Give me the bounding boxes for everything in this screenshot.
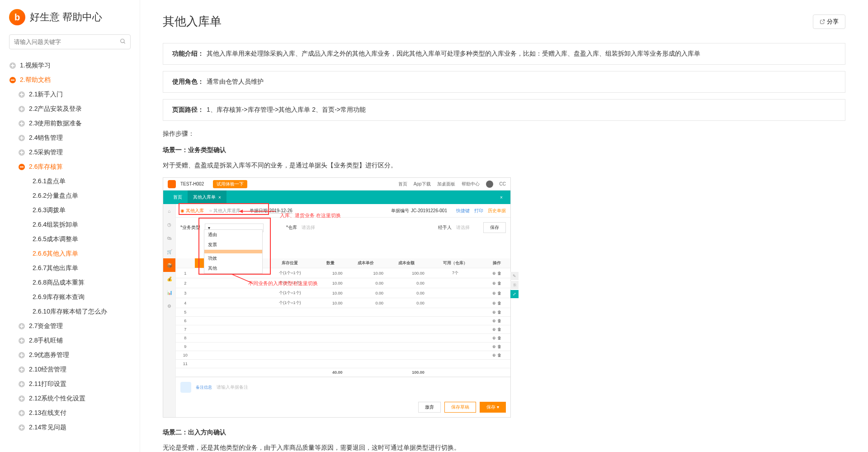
ss-warehouse-ph: 请选择 — [302, 224, 315, 231]
ss-warehouse-label: *仓库 — [286, 224, 297, 231]
ss-handler-ph: 请选择 — [456, 224, 470, 231]
plus-icon — [18, 149, 25, 156]
nav-item-2-6[interactable]: 2.6库存核算 — [9, 160, 131, 174]
role-text: 通常由仓管人员维护 — [207, 78, 264, 85]
nav-item-2-6-10[interactable]: 2.6.10库存账本错了怎么办 — [9, 305, 131, 319]
nav-item-2-4[interactable]: 2.4销售管理 — [9, 131, 131, 145]
nav-item-2-6-2[interactable]: 2.6.2分量盘点单 — [9, 189, 131, 203]
app-logo-icon: b — [9, 9, 25, 25]
main-content: 其他入库单 分享 功能介绍：其他入库单用来处理除采购入库、产成品入库之外的其他入… — [140, 0, 868, 452]
app-title: 好生意 帮助中心 — [30, 10, 102, 24]
ss-nav-icon: ⚙ — [163, 299, 175, 313]
nav-item-2-6-8[interactable]: 2.6.8商品成本重算 — [9, 276, 131, 290]
logo-row: b 好生意 帮助中心 — [9, 9, 131, 25]
role-label: 使用角色： — [172, 78, 204, 85]
ss-history: 历史单据 — [488, 208, 506, 214]
plus-icon — [18, 91, 25, 98]
page-title: 其他入库单 — [163, 14, 222, 29]
ss-dd-opt: 其他 — [204, 263, 262, 273]
nav-item-2-11[interactable]: 2.11打印设置 — [9, 377, 131, 391]
ss-save-button: 保存 ▾ — [480, 402, 506, 413]
ss-leftnav: ⌂ ◷ 🛍 🛒 📦 💰 📊 ⚙ — [163, 204, 176, 417]
path-text: 1、库存核算->库存管理->其他入库单 2、首页->常用功能 — [207, 106, 366, 113]
ss-annotation-box1 — [179, 203, 269, 215]
ss-table: *商品 规格型号 库存位置 数量 成本单价 成本金额 可用（仓库） 操作 1个(… — [176, 258, 510, 377]
ss-side-icon: ✎ — [510, 272, 519, 280]
plus-icon — [18, 134, 25, 142]
nav-item-2-9[interactable]: 2.9优惠券管理 — [9, 348, 131, 362]
nav-item-2-6-1[interactable]: 2.6.1盘点单 — [9, 174, 131, 189]
scene2-text1: 无论是受赠，还是其他类型的业务，由于入库商品质量等原因，需要退回，这时可通过单据… — [163, 442, 845, 452]
ss-annotation2: 不同业务的入库类型在这里切换 — [248, 280, 318, 287]
ss-print: 打印 — [474, 208, 483, 214]
scene1-text: 对于受赠、盘盈或是拆装入库等不同的业务，是通过单据头【业务类型】进行区分。 — [163, 160, 845, 171]
plus-icon — [18, 409, 25, 417]
nav-item-2-6-5[interactable]: 2.6.5成本调整单 — [9, 232, 131, 247]
plus-icon — [18, 120, 25, 127]
ss-nav-icon: 📊 — [163, 285, 175, 299]
nav-item-2-8[interactable]: 2.8手机旺铺 — [9, 333, 131, 348]
nav-item-2-14[interactable]: 2.14常见问题 — [9, 420, 131, 435]
ss-topbar: TEST-H002 试用体验一下 首页 App下载 加桌面板 帮助中心 CC — [163, 178, 510, 190]
ss-nav-icon: 🛍 — [163, 231, 175, 245]
ss-nav-icon: 💰 — [163, 272, 175, 285]
nav-item-2-6-3[interactable]: 2.6.3调拨单 — [9, 203, 131, 218]
ss-nav-icon-active: 📦 — [163, 258, 175, 272]
ss-body: ◉ 其他入库 ○ 其他入库退库 单据日期 2019-12-26 单据编号 JC-… — [176, 204, 510, 417]
ss-handler-label: 经手人 — [438, 224, 452, 231]
scene1-title: 场景一：业务类型确认 — [163, 146, 845, 154]
nav-item-2-7[interactable]: 2.7资金管理 — [9, 319, 131, 333]
ss-remark: 备注信息 请输入单据备注 — [176, 377, 510, 397]
nav-item-2-6-7[interactable]: 2.6.7其他出库单 — [9, 261, 131, 276]
ss-link-fav: 加桌面板 — [437, 181, 455, 187]
ss-link-home: 首页 — [398, 181, 407, 187]
ss-trial-button: 试用体验一下 — [213, 180, 247, 188]
search-box — [9, 34, 131, 49]
ss-nav-icon: 🛒 — [163, 245, 175, 258]
ss-doc-label: 单据编号 — [391, 208, 409, 214]
plus-icon — [18, 352, 25, 359]
plus-icon — [18, 381, 25, 388]
svg-point-0 — [121, 39, 124, 43]
nav-item-2-6-6[interactable]: 2.6.6其他入库单 — [9, 247, 131, 261]
nav-list: 1.视频学习 2.帮助文档 2.1新手入门 2.2产品安装及登录 2.3使用前数… — [9, 58, 131, 435]
ss-cancel-button: 放弃 — [418, 402, 441, 413]
sidebar: b 好生意 帮助中心 1.视频学习 2.帮助文档 2.1新手入门 2.2产品安装… — [0, 0, 140, 452]
ss-nav-icon: ◷ — [163, 218, 175, 231]
plus-icon — [18, 395, 25, 402]
nav-item-2-6-9[interactable]: 2.6.9库存账本查询 — [9, 290, 131, 305]
ss-side-icon: ⎘ — [510, 281, 519, 289]
path-box: 页面路径：1、库存核算->库存管理->其他入库单 2、首页->常用功能 — [163, 99, 845, 121]
nav-item-video[interactable]: 1.视频学习 — [9, 58, 131, 73]
nav-item-2-5[interactable]: 2.5采购管理 — [9, 145, 131, 160]
scene2-title: 场景二：出入方向确认 — [163, 428, 845, 437]
share-button[interactable]: 分享 — [813, 14, 845, 29]
nav-item-2-6-4[interactable]: 2.6.4组装拆卸单 — [9, 218, 131, 232]
ss-side-icon: ⤢ — [510, 290, 519, 298]
nav-item-2-13[interactable]: 2.13在线支付 — [9, 406, 131, 420]
intro-text: 其他入库单用来处理除采购入库、产成品入库之外的其他入库业务，因此其他入库单可处理… — [207, 50, 700, 57]
nav-item-2-2[interactable]: 2.2产品安装及登录 — [9, 102, 131, 116]
ss-tab-current: 其他入库单× — [188, 190, 226, 204]
nav-item-help-docs[interactable]: 2.帮助文档 — [9, 73, 131, 87]
nav-item-2-3[interactable]: 2.3使用前数据准备 — [9, 116, 131, 131]
ss-tab-home: 首页 — [168, 190, 188, 204]
path-label: 页面路径： — [172, 106, 204, 113]
ss-avatar-icon — [486, 181, 493, 188]
nav-item-2-10[interactable]: 2.10经营管理 — [9, 362, 131, 377]
ss-tabs: 首页 其他入库单× × — [163, 190, 510, 204]
search-icon[interactable] — [120, 38, 126, 46]
ss-footer: 放弃 保存草稿 保存 ▾ — [176, 397, 510, 417]
minus-icon — [9, 76, 16, 84]
minus-icon — [18, 163, 25, 171]
ss-side-icons: ✎ ⎘ ⤢ — [510, 272, 519, 299]
plus-icon — [18, 424, 25, 431]
search-input[interactable] — [9, 34, 131, 49]
intro-label: 功能介绍： — [172, 50, 204, 57]
ss-dd-opt — [204, 250, 262, 253]
ss-link-help: 帮助中心 — [462, 181, 480, 187]
ss-inline-save: 保存 — [483, 222, 506, 233]
ss-annotation1: 入库、退货业务 在这里切换 — [280, 212, 341, 219]
nav-item-2-1[interactable]: 2.1新手入门 — [9, 87, 131, 102]
nav-item-2-12[interactable]: 2.12系统个性化设置 — [9, 391, 131, 406]
